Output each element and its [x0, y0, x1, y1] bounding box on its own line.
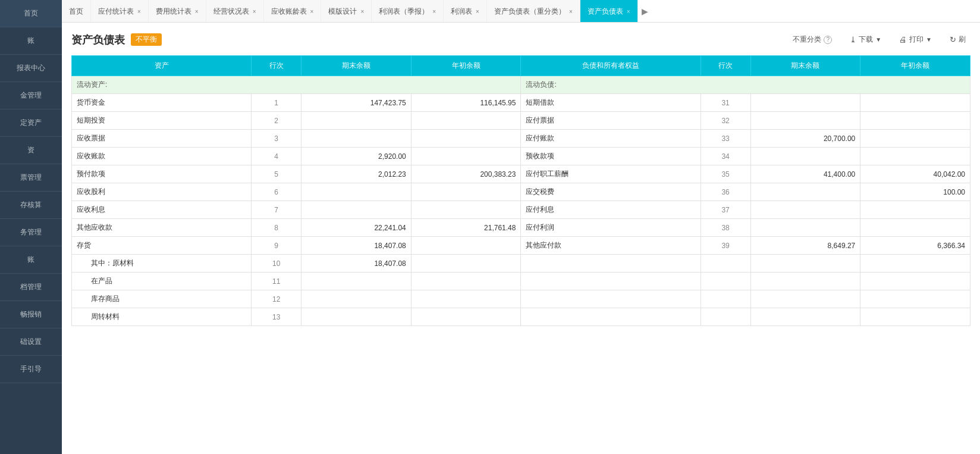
tab-payable-stats[interactable]: 应付统计表 × — [91, 0, 149, 23]
tab-profit[interactable]: 利润表 × — [444, 0, 487, 23]
left-end-balance — [301, 183, 412, 201]
tab-expense-stats[interactable]: 费用统计表 × — [149, 0, 206, 23]
left-end-balance: 18,407.08 — [301, 255, 412, 273]
tab-aging[interactable]: 应收账龄表 × — [264, 0, 322, 23]
close-icon[interactable]: × — [627, 8, 630, 15]
right-end-balance — [750, 112, 860, 130]
left-year-start — [411, 148, 521, 165]
right-end-balance — [750, 183, 860, 201]
left-year-start — [411, 112, 521, 130]
toolbar-right: 不重分类 ? ⤓ 下载 ▼ 🖨 打印 ▼ ↻ 刷 — [788, 32, 970, 47]
right-year-start: 6,366.34 — [860, 237, 970, 255]
sidebar-item-home[interactable]: 首页 — [0, 0, 62, 27]
close-icon[interactable]: × — [195, 8, 199, 15]
sidebar-item-ticket[interactable]: 票管理 — [0, 164, 62, 192]
right-year-start — [860, 290, 970, 308]
right-end-balance: 41,400.00 — [750, 165, 860, 183]
left-year-start — [411, 201, 521, 219]
right-item-name: 预收款项 — [521, 148, 701, 165]
right-item-name: 应付利润 — [521, 219, 701, 237]
col-liability: 负债和所有者权益 — [521, 56, 701, 76]
print-button[interactable]: 🖨 打印 ▼ — [894, 32, 937, 47]
sidebar-item-report-center[interactable]: 报表中心 — [0, 55, 62, 82]
download-button[interactable]: ⤓ 下载 ▼ — [845, 32, 886, 47]
table-row: 应收票据 3 应付账款 33 20,700.00 — [72, 130, 970, 148]
section-right-label: 流动负债: — [521, 76, 970, 94]
right-year-start: 100.00 — [860, 183, 970, 201]
col-end-balance2: 期末余额 — [750, 56, 860, 76]
close-icon[interactable]: × — [310, 8, 314, 15]
left-item-name: 其中：原材料 — [72, 255, 252, 273]
right-year-start — [860, 148, 970, 165]
right-year-start — [860, 219, 970, 237]
left-item-name: 在产品 — [72, 273, 252, 290]
sidebar-item-doc[interactable]: 档管理 — [0, 274, 62, 301]
table-row: 存货 9 18,407.08 其他应付款 39 8,649.27 6,366.3… — [72, 237, 970, 255]
refresh-icon: ↻ — [950, 35, 956, 44]
print-icon: 🖨 — [899, 35, 907, 44]
left-row-num: 9 — [252, 237, 301, 255]
col-end-balance: 期末余额 — [301, 56, 412, 76]
tab-operations[interactable]: 经营状况表 × — [206, 0, 264, 23]
close-icon[interactable]: × — [476, 8, 479, 15]
close-icon[interactable]: × — [432, 8, 436, 15]
table-row: 在产品 11 — [72, 273, 970, 290]
sidebar-item-fixed-assets[interactable]: 定资产 — [0, 109, 62, 137]
table-row: 预付款项 5 2,012.23 200,383.23 应付职工薪酬 35 41,… — [72, 165, 970, 183]
right-end-balance — [750, 308, 860, 326]
download-icon: ⤓ — [850, 35, 856, 44]
tab-template[interactable]: 模版设计 × — [321, 0, 372, 23]
right-item-name: 应付票据 — [521, 112, 701, 130]
right-year-start — [860, 273, 970, 290]
sidebar-item-inventory[interactable]: 存核算 — [0, 192, 62, 219]
tab-home[interactable]: 首页 — [62, 0, 91, 23]
right-item-name — [521, 273, 701, 290]
sidebar-item-ledger[interactable]: 账 — [0, 246, 62, 274]
sidebar-item-expense[interactable]: 畅报销 — [0, 301, 62, 328]
right-item-name — [521, 290, 701, 308]
page-title: 资产负债表 — [71, 33, 125, 47]
right-row-num — [701, 255, 750, 273]
sidebar-item-account[interactable]: 账 — [0, 27, 62, 55]
status-badge: 不平衡 — [131, 33, 162, 46]
table-row: 周转材料 13 — [72, 308, 970, 326]
left-item-name: 存货 — [72, 237, 252, 255]
tab-profit-quarterly[interactable]: 利润表（季报） × — [372, 0, 444, 23]
left-row-num: 3 — [252, 130, 301, 148]
right-item-name: 其他应付款 — [521, 237, 701, 255]
right-year-start — [860, 201, 970, 219]
left-year-start — [411, 255, 521, 273]
left-end-balance: 2,012.23 — [301, 165, 412, 183]
sidebar-item-guide[interactable]: 手引导 — [0, 356, 62, 383]
right-row-num: 33 — [701, 130, 750, 148]
reclassify-button[interactable]: 不重分类 ? — [788, 32, 837, 47]
left-item-name: 应收股利 — [72, 183, 252, 201]
left-end-balance: 22,241.04 — [301, 219, 412, 237]
content-area: 资产负债表 不平衡 不重分类 ? ⤓ 下载 ▼ 🖨 打印 ▼ — [62, 23, 980, 454]
col-asset: 资产 — [72, 56, 252, 76]
right-item-name: 应付职工薪酬 — [521, 165, 701, 183]
table-row: 应收股利 6 应交税费 36 100.00 — [72, 183, 970, 201]
col-year-start: 年初余额 — [411, 56, 521, 76]
sidebar-item-settings[interactable]: 础设置 — [0, 328, 62, 356]
left-item-name: 应收票据 — [72, 130, 252, 148]
close-icon[interactable]: × — [137, 8, 141, 15]
sidebar-item-fund[interactable]: 金管理 — [0, 82, 62, 109]
tab-arrow-right[interactable]: ▶ — [638, 0, 652, 22]
sidebar-item-asset[interactable]: 资 — [0, 137, 62, 164]
tab-balance[interactable]: 资产负债表 × — [580, 0, 638, 23]
close-icon[interactable]: × — [569, 8, 573, 15]
close-icon[interactable]: × — [360, 8, 364, 15]
tab-balance-reclassified[interactable]: 资产负债表（重分类） × — [487, 0, 580, 23]
info-icon[interactable]: ? — [824, 36, 832, 44]
sidebar-item-tax[interactable]: 务管理 — [0, 219, 62, 246]
page-title-area: 资产负债表 不平衡 — [71, 33, 162, 47]
right-year-start: 40,042.00 — [860, 165, 970, 183]
chevron-down-icon: ▼ — [875, 36, 881, 43]
right-year-start — [860, 112, 970, 130]
refresh-button[interactable]: ↻ 刷 — [945, 32, 970, 47]
page-header: 资产负债表 不平衡 不重分类 ? ⤓ 下载 ▼ 🖨 打印 ▼ — [71, 32, 970, 47]
right-row-num: 32 — [701, 112, 750, 130]
right-row-num — [701, 290, 750, 308]
close-icon[interactable]: × — [253, 8, 256, 15]
